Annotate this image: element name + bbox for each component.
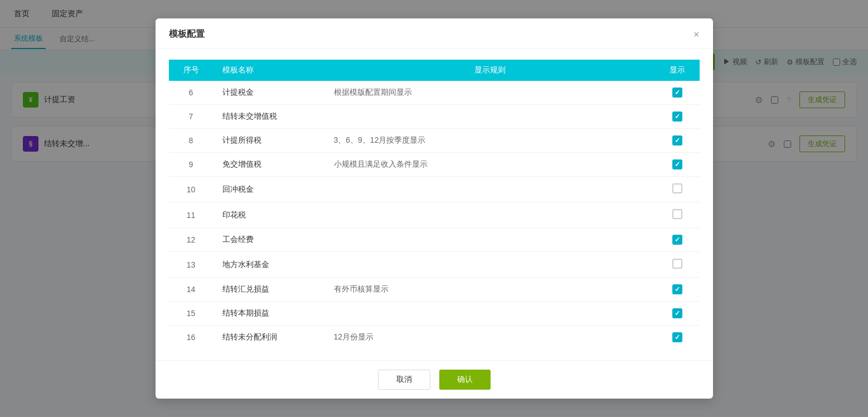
row-check[interactable]: [655, 129, 700, 153]
dialog-title: 模板配置: [169, 28, 205, 40]
dialog-footer: 取消 确认: [156, 360, 713, 399]
row-checkbox[interactable]: [672, 111, 682, 122]
row-check[interactable]: [655, 278, 700, 302]
row-check[interactable]: [655, 177, 700, 202]
row-checkbox[interactable]: [672, 235, 682, 245]
modal-overlay: 模板配置 × 序号 模板名称 显示规则 显示 6计提税金根据模版配置期间显示7结…: [0, 0, 868, 417]
row-checkbox[interactable]: [672, 88, 682, 98]
row-seq: 7: [169, 105, 214, 129]
table-row: 16结转未分配利润12月份显示: [169, 326, 700, 350]
table-row: 14结转汇兑损益有外币核算显示: [169, 278, 700, 302]
col-seq: 序号: [169, 60, 214, 81]
row-rule: 小规模且满足收入条件显示: [325, 153, 655, 177]
col-display: 显示: [655, 60, 700, 81]
dialog-header: 模板配置 ×: [156, 18, 713, 49]
row-seq: 6: [169, 81, 214, 105]
table-row: 15结转本期损益: [169, 302, 700, 326]
row-seq: 15: [169, 302, 214, 326]
row-checkbox[interactable]: [672, 159, 682, 169]
row-name: 印花税: [214, 202, 325, 228]
row-name: 地方水利基金: [214, 252, 325, 278]
row-check[interactable]: [655, 81, 700, 105]
row-seq: 10: [169, 177, 214, 202]
row-name: 结转汇兑损益: [214, 278, 325, 302]
table-row: 7结转未交增值税: [169, 105, 700, 129]
row-rule: [325, 105, 655, 129]
table-row: 8计提所得税3、6、9、12月按季度显示: [169, 129, 700, 153]
row-rule: [325, 252, 655, 278]
col-rule: 显示规则: [325, 60, 655, 81]
row-check[interactable]: [655, 153, 700, 177]
table-row: 6计提税金根据模版配置期间显示: [169, 81, 700, 105]
table-row: 10回冲税金: [169, 177, 700, 202]
row-check[interactable]: [655, 326, 700, 350]
cancel-button[interactable]: 取消: [378, 370, 430, 390]
row-rule: [325, 177, 655, 202]
row-name: 结转未交增值税: [214, 105, 325, 129]
row-rule: 3、6、9、12月按季度显示: [325, 129, 655, 153]
row-check[interactable]: [655, 105, 700, 129]
table-row: 9免交增值税小规模且满足收入条件显示: [169, 153, 700, 177]
row-checkbox[interactable]: [672, 183, 682, 193]
row-seq: 9: [169, 153, 214, 177]
row-rule: [325, 202, 655, 228]
row-check[interactable]: [655, 252, 700, 278]
row-checkbox[interactable]: [672, 332, 682, 342]
dialog-body: 序号 模板名称 显示规则 显示 6计提税金根据模版配置期间显示7结转未交增值税8…: [156, 49, 713, 360]
table-row: 12工会经费: [169, 228, 700, 252]
dialog-close-button[interactable]: ×: [694, 30, 700, 40]
row-name: 工会经费: [214, 228, 325, 252]
row-checkbox[interactable]: [672, 135, 682, 146]
row-seq: 8: [169, 129, 214, 153]
row-seq: 12: [169, 228, 214, 252]
confirm-button[interactable]: 确认: [439, 370, 491, 390]
row-checkbox[interactable]: [672, 308, 682, 318]
row-rule: [325, 228, 655, 252]
row-seq: 13: [169, 252, 214, 278]
row-seq: 16: [169, 326, 214, 350]
config-table: 序号 模板名称 显示规则 显示 6计提税金根据模版配置期间显示7结转未交增值税8…: [169, 60, 700, 349]
row-name: 计提所得税: [214, 129, 325, 153]
row-check[interactable]: [655, 202, 700, 228]
row-checkbox[interactable]: [672, 209, 682, 219]
row-name: 计提税金: [214, 81, 325, 105]
table-row: 13地方水利基金: [169, 252, 700, 278]
row-name: 免交增值税: [214, 153, 325, 177]
row-name: 结转未分配利润: [214, 326, 325, 350]
table-row: 11印花税: [169, 202, 700, 228]
col-name: 模板名称: [214, 60, 325, 81]
row-name: 结转本期损益: [214, 302, 325, 326]
row-name: 回冲税金: [214, 177, 325, 202]
row-check[interactable]: [655, 228, 700, 252]
row-rule: [325, 302, 655, 326]
row-seq: 11: [169, 202, 214, 228]
row-rule: 12月份显示: [325, 326, 655, 350]
row-checkbox[interactable]: [672, 284, 682, 294]
row-check[interactable]: [655, 302, 700, 326]
row-checkbox[interactable]: [672, 259, 682, 269]
template-config-dialog: 模板配置 × 序号 模板名称 显示规则 显示 6计提税金根据模版配置期间显示7结…: [156, 18, 713, 399]
row-seq: 14: [169, 278, 214, 302]
row-rule: 有外币核算显示: [325, 278, 655, 302]
row-rule: 根据模版配置期间显示: [325, 81, 655, 105]
